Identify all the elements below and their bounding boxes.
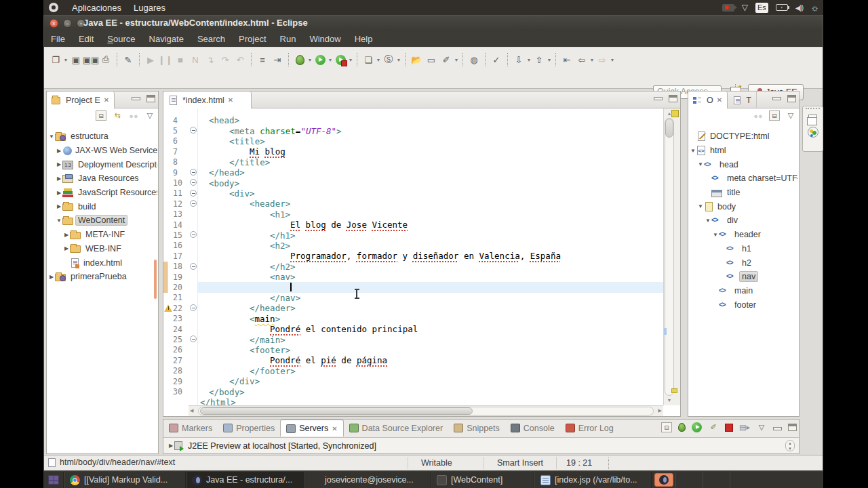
menu-run[interactable]: Run — [273, 34, 303, 44]
chevron-right-icon[interactable]: ▶ — [56, 176, 62, 182]
outline-item-body[interactable]: ▼body — [688, 199, 798, 214]
outline-item-title[interactable]: title — [688, 186, 798, 200]
server-row[interactable]: ▶ J2EE Preview at localhost [Started, Sy… — [163, 437, 799, 453]
menu-window[interactable]: Window — [302, 34, 347, 44]
network-icon[interactable]: ▽ — [742, 3, 748, 12]
external-tools-dropdown-icon[interactable]: ▼ — [454, 53, 459, 66]
web-service-dropdown-icon[interactable]: ▼ — [396, 53, 401, 66]
explorer-item-estructura[interactable]: ▼estructura — [47, 129, 157, 144]
outline-item-meta-charset-utf-8[interactable]: <>meta charset=UTF-8 — [688, 171, 798, 186]
chevron-down-icon[interactable]: ▼ — [697, 203, 704, 209]
panel-scroll-spinner[interactable]: ▲▼ — [785, 440, 795, 451]
external-tools-icon[interactable]: ✐ — [439, 53, 453, 66]
minimize-panel-button[interactable] — [773, 427, 782, 430]
close-icon[interactable]: ✕ — [228, 96, 233, 104]
annotation-overview-icon[interactable] — [671, 110, 679, 117]
chevron-down-icon[interactable]: ▼ — [705, 218, 711, 224]
view-menu-icon[interactable]: ▽ — [144, 110, 155, 121]
minimize-editor-button[interactable] — [654, 97, 663, 100]
tab-data-source-explorer[interactable]: Data Source Explorer — [344, 420, 449, 436]
outline-item-main[interactable]: <>main — [688, 284, 798, 298]
explorer-item-java-resources[interactable]: ▶Java Resources — [47, 171, 157, 186]
battery-icon[interactable] — [776, 4, 788, 11]
taskbar-window-terminal[interactable]: josevicente@josevice... — [304, 472, 431, 488]
tab-index-html[interactable]: *index.html ✕ — [163, 92, 252, 108]
run-icon[interactable] — [313, 53, 327, 66]
explorer-item-javascript-resources[interactable]: ▶JavaScript Resources — [47, 186, 157, 200]
collapse-all-icon[interactable]: ⊟ — [769, 110, 780, 121]
outline-item-footer[interactable]: <>footer — [688, 298, 798, 312]
code-editor[interactable]: 4<head>5<meta charset="UTF-8">6<title>7M… — [163, 108, 663, 405]
fold-collapse-icon[interactable] — [190, 127, 197, 134]
new-web-project-icon[interactable]: ❏ — [361, 53, 375, 66]
explorer-item-jax-ws-web-services[interactable]: ▶JAX-WS Web Services — [47, 144, 157, 158]
outline-item-head[interactable]: ▼<>head — [688, 157, 798, 171]
back-icon[interactable]: ⇦ — [575, 53, 589, 66]
chevron-right-icon[interactable]: ▶ — [56, 203, 62, 209]
tab-snippets[interactable]: Snippets — [448, 420, 505, 436]
scrollbar-thumb[interactable] — [665, 119, 673, 138]
import-dropdown-icon[interactable]: ▼ — [526, 53, 532, 66]
menu-source[interactable]: Source — [100, 34, 142, 44]
collapse-all-icon[interactable]: ⊟ — [661, 422, 672, 432]
chevron-right-icon[interactable]: ▶ — [63, 232, 70, 238]
workspace-switcher[interactable] — [43, 472, 64, 488]
explorer-item-deployment-descriptor[interactable]: ▶1.3Deployment Descriptor — [47, 157, 157, 171]
menu-search[interactable]: Search — [191, 34, 232, 44]
coverage-dropdown-icon[interactable]: ▼ — [348, 53, 353, 66]
tab-servers[interactable]: Servers✕ — [280, 420, 343, 436]
new-wizard-dropdown-icon[interactable]: ▼ — [63, 53, 68, 66]
outline-item-h2[interactable]: <>h2 — [688, 256, 798, 270]
web-service-icon[interactable]: Ⓢ — [382, 53, 395, 66]
volume-icon[interactable]: ◀)) — [795, 4, 803, 12]
tab-properties[interactable]: Properties — [218, 420, 280, 436]
tab-outline[interactable]: O ✕ — [688, 92, 728, 108]
outline-item-html[interactable]: ▼<>html — [688, 144, 798, 158]
publish-icon[interactable]: ▤▸ — [739, 422, 750, 432]
close-icon[interactable]: ✕ — [717, 96, 722, 104]
back-dropdown-icon[interactable]: ▼ — [589, 53, 595, 66]
menu-project[interactable]: Project — [232, 34, 273, 44]
chevron-down-icon[interactable]: ▼ — [56, 218, 62, 224]
fold-collapse-icon[interactable] — [190, 231, 197, 238]
scroll-right-icon[interactable]: ▶ — [658, 408, 662, 413]
outline-item-h1[interactable]: <>h1 — [688, 242, 798, 256]
scroll-down-icon[interactable]: ▼ — [665, 396, 673, 404]
open-resource-icon[interactable]: 📂 — [410, 53, 423, 66]
menu-file[interactable]: File — [44, 34, 72, 44]
minimize-view-button[interactable] — [132, 97, 140, 100]
link-with-editor-icon[interactable]: ⇆ — [112, 110, 123, 121]
restore-view-icon[interactable] — [808, 115, 817, 121]
view-menu-icon[interactable]: ▽ — [785, 110, 796, 121]
close-icon[interactable]: ✕ — [332, 425, 337, 432]
view-menu-icon[interactable]: ▽ — [756, 422, 767, 432]
fold-collapse-icon[interactable] — [190, 169, 197, 176]
print-icon[interactable]: ⎙ — [99, 53, 113, 66]
editor-vertical-scrollbar[interactable]: ▲ ▼ — [663, 108, 680, 405]
validate-icon[interactable]: ✓ — [490, 53, 503, 66]
explorer-item-webcontent[interactable]: ▼WebContent — [47, 214, 157, 228]
chevron-down-icon[interactable]: ▼ — [48, 134, 55, 140]
active-app-indicator[interactable] — [654, 473, 673, 487]
fold-collapse-icon[interactable] — [190, 263, 197, 270]
tab-console[interactable]: Console — [505, 420, 560, 436]
import-icon[interactable]: ⇩ — [512, 53, 526, 66]
step-filters-icon[interactable]: ⇥ — [271, 53, 284, 66]
explorer-item-meta-inf[interactable]: ▶META-INF — [47, 228, 157, 242]
save-icon[interactable]: ▣ — [69, 53, 83, 66]
chevron-right-icon[interactable]: ▶ — [48, 274, 55, 280]
export-dropdown-icon[interactable]: ▼ — [547, 53, 552, 66]
drag-handle[interactable] — [806, 108, 820, 112]
fold-collapse-icon[interactable] — [190, 179, 197, 186]
close-window-button[interactable]: × — [50, 19, 58, 28]
outline-item-doctype-html[interactable]: DOCTYPE:html — [688, 129, 798, 144]
menu-navigate[interactable]: Navigate — [142, 34, 191, 44]
taskbar-window-chrome[interactable]: [[Valid] Markup Valid... — [64, 472, 186, 488]
minimize-view-button[interactable] — [772, 97, 781, 100]
taskbar-window-eclipse[interactable]: Java EE - estructura/... — [186, 472, 304, 488]
last-edit-location-icon[interactable]: ⇤ — [560, 53, 574, 66]
folder-icon[interactable]: ▭ — [425, 53, 438, 66]
collapse-all-icon[interactable]: ⊟ — [96, 110, 106, 121]
scroll-left-icon[interactable]: ◀ — [190, 408, 193, 413]
explorer-item-build[interactable]: ▶build — [47, 199, 157, 214]
